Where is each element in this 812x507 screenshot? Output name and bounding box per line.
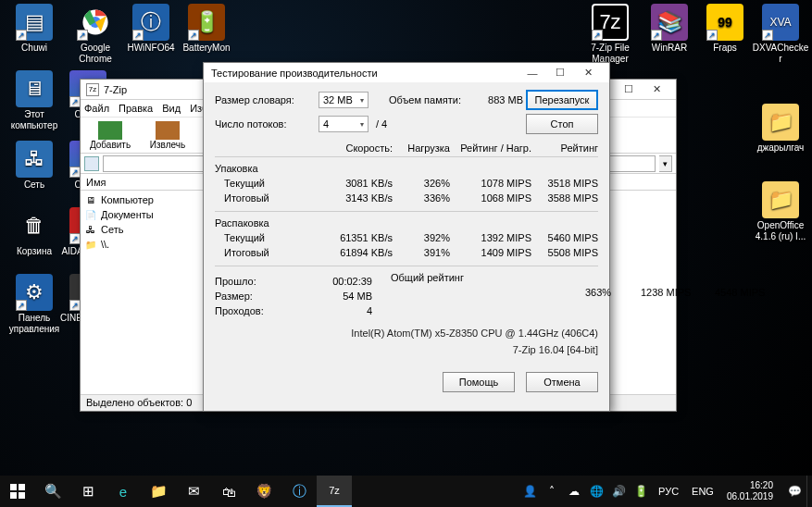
svg-rect-2 — [10, 484, 17, 490]
passes-value: 4 — [298, 305, 372, 316]
dict-size-select[interactable]: 32 MB▾ — [319, 92, 369, 108]
item-label: Сеть — [101, 224, 123, 235]
threads-label: Число потоков: — [215, 118, 319, 130]
desktop-icon-chuwi[interactable]: ▤↗Chuwi — [6, 4, 63, 54]
row-label: Текущий — [215, 178, 326, 189]
clock-time: 16:20 — [727, 480, 773, 491]
window-benchmark: Тестирование производительности — ☐ ✕ Ра… — [203, 62, 610, 412]
desktop-icon-folder1[interactable]: 📁джарылгач — [752, 104, 809, 154]
search-button[interactable]: 🔍 — [35, 476, 70, 507]
taskbar-hwinfo[interactable]: ⓘ — [281, 476, 317, 507]
desktop-icon-dxva[interactable]: XVA↗DXVAChecker — [752, 4, 809, 65]
taskbar-explorer[interactable]: 📁 — [141, 476, 176, 507]
titlebar[interactable]: Тестирование производительности — ☐ ✕ — [204, 63, 609, 82]
elapsed-label: Прошло: — [215, 276, 298, 287]
desktop-icon-this-pc[interactable]: 🖥Этот компьютер — [6, 70, 63, 131]
menu-view[interactable]: Вид — [162, 103, 181, 114]
action-center-icon[interactable]: 💬 — [786, 483, 803, 500]
cell: 61351 KB/s — [326, 232, 393, 243]
icon-label: Google Chrome — [67, 43, 124, 65]
cell: 326% — [393, 178, 450, 189]
row-label: Текущий — [215, 232, 326, 243]
svg-rect-3 — [19, 484, 25, 490]
col-rating-per-thread: Рейтинг / Нагр. — [450, 142, 531, 154]
help-button[interactable]: Помощь — [443, 372, 515, 392]
people-icon[interactable]: 👤 — [521, 483, 538, 500]
item-label: Компьютер — [101, 194, 154, 205]
desktop-icon-chrome[interactable]: ↗Google Chrome — [67, 4, 124, 65]
toolbar-label: Добавить — [90, 140, 131, 150]
menu-file[interactable]: Файл — [84, 103, 109, 114]
chevron-down-icon: ▾ — [360, 120, 364, 129]
toolbar-extract[interactable]: Извлечь — [144, 121, 192, 150]
size-label: Размер: — [215, 291, 298, 302]
memory-value: 883 MB — [472, 94, 523, 105]
memory-label: Объем памяти: — [389, 94, 472, 105]
window-title: 7-Zip — [104, 84, 127, 95]
desktop-icon-network[interactable]: 🖧Сеть — [6, 141, 63, 191]
close-button[interactable]: ✕ — [574, 64, 602, 82]
item-label: \\. — [101, 239, 109, 250]
section-unpack: Распаковка — [215, 217, 598, 229]
taskbar-mail[interactable]: ✉ — [176, 476, 211, 507]
menu-edit[interactable]: Правка — [119, 103, 153, 114]
taskbar-clock[interactable]: 16:20 06.01.2019 — [723, 478, 781, 504]
taskbar-7zip[interactable]: 7z — [317, 476, 352, 507]
desktop-icon-winrar[interactable]: 📚↗WinRAR — [641, 4, 698, 54]
results-table: Скорость: Нагрузка Рейтинг / Нагр. Рейти… — [215, 140, 598, 260]
icon-label: Chuwi — [6, 43, 63, 54]
taskbar-app1[interactable]: 🦁 — [246, 476, 281, 507]
minimize-button[interactable]: — — [518, 64, 546, 82]
system-tray: 👤 ˄ ☁ 🌐 🔊 🔋 РУС ENG 16:20 06.01.2019 💬 — [518, 478, 806, 504]
icon-label: джарылгач — [752, 142, 809, 154]
battery-icon[interactable]: 🔋 — [632, 483, 649, 500]
input-lang-1[interactable]: РУС — [655, 484, 682, 499]
desktop-icon-recycle[interactable]: 🗑Корзина — [6, 207, 63, 257]
task-view-button[interactable]: ⊞ — [70, 476, 106, 507]
threads-select[interactable]: 4▾ — [319, 116, 369, 132]
section-pack: Упаковка — [215, 163, 598, 174]
stop-button[interactable]: Стоп — [526, 114, 598, 134]
cell: 3518 MIPS — [531, 178, 598, 189]
documents-icon: 📄 — [84, 208, 97, 221]
table-row: Итоговый 61894 KB/s 391% 1409 MIPS 5508 … — [215, 245, 598, 260]
desktop-icon-7zip[interactable]: 7z↗7-Zip File Manager — [581, 4, 639, 65]
icon-label: Fraps — [696, 43, 754, 54]
volume-icon[interactable]: 🔊 — [610, 483, 627, 500]
icon-label: Сеть — [6, 179, 63, 191]
input-lang-2[interactable]: ENG — [688, 484, 718, 499]
tray-expand-icon[interactable]: ˄ — [543, 483, 560, 500]
desktop-icon-batterymon[interactable]: 🔋↗BatteryMon — [178, 4, 235, 54]
threads-value: 4 — [323, 118, 329, 130]
cancel-button[interactable]: Отмена — [526, 372, 598, 392]
close-button[interactable]: ✕ — [643, 80, 670, 99]
taskbar-store[interactable]: 🛍 — [211, 476, 246, 507]
network-icon[interactable]: 🌐 — [588, 483, 605, 500]
svg-rect-4 — [10, 492, 17, 499]
table-row: Итоговый 3143 KB/s 336% 1068 MIPS 3588 M… — [215, 191, 598, 205]
onedrive-icon[interactable]: ☁ — [566, 483, 582, 500]
restart-button[interactable]: Перезапуск — [526, 90, 598, 110]
start-button[interactable] — [0, 476, 35, 507]
icon-label: BatteryMon — [178, 43, 235, 54]
toolbar-add[interactable]: Добавить — [86, 121, 134, 150]
passes-label: Проходов: — [215, 305, 298, 316]
maximize-button[interactable]: ☐ — [615, 80, 643, 99]
cell: 1392 MIPS — [450, 232, 531, 243]
cell: 3143 KB/s — [326, 192, 393, 204]
show-desktop-button[interactable] — [806, 476, 812, 507]
icon-label: HWiNFO64 — [122, 43, 180, 54]
overall-rating: 4548 MIPS — [715, 287, 780, 298]
path-dropdown[interactable]: ▾ — [659, 155, 672, 172]
overall-load: 363% — [585, 287, 641, 298]
taskbar-edge[interactable]: e — [106, 476, 141, 507]
desktop-icon-control-panel[interactable]: ⚙↗Панель управления — [6, 274, 63, 335]
maximize-button[interactable]: ☐ — [546, 64, 574, 82]
desktop-icon-openoffice[interactable]: 📁OpenOffice 4.1.6 (ru) I... — [752, 181, 809, 242]
threads-max: / 4 — [376, 118, 387, 130]
toolbar-label: Извлечь — [150, 140, 185, 150]
desktop-icon-fraps[interactable]: 99↗Fraps — [696, 4, 754, 54]
desktop-icon-hwinfo[interactable]: ⓘ↗HWiNFO64 — [122, 4, 180, 54]
col-rating: Рейтинг — [531, 142, 598, 154]
icon-label: DXVAChecker — [752, 43, 809, 65]
